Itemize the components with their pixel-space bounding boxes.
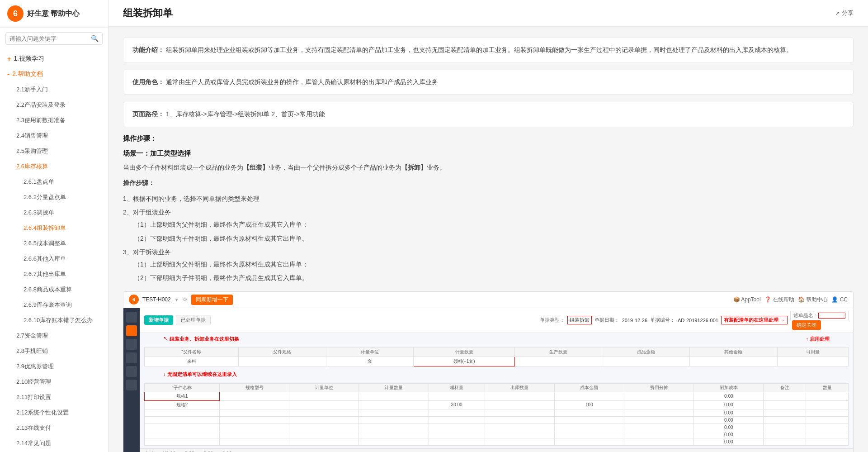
btd-row-6: 0.00 (145, 431, 849, 438)
sidebar-item-n2_6_6[interactable]: 2.6.6其他入库单 (0, 251, 108, 266)
sidebar-item-n2_12[interactable]: 2.12系统个性化设置 (0, 405, 108, 420)
mini-user: 👤 CC (831, 296, 848, 303)
mini-icon-chart[interactable] (126, 339, 137, 350)
mini-match-input[interactable] (818, 313, 845, 319)
plus-icon: + (7, 55, 11, 62)
btd-3-8 (624, 409, 694, 416)
sidebar-item-n2_14[interactable]: 2.14常见问题 (0, 436, 108, 451)
td-oamt-1 (690, 357, 778, 366)
mini-tab-inactive[interactable]: 已处理单据 (176, 315, 211, 325)
btd-1-9: 0.00 (694, 392, 764, 400)
btd-row-2: 规格2 30.00 100 0.00 (145, 400, 849, 409)
anno1-text: 有装配清单的在这里处理 → (721, 316, 788, 324)
sidebar-item-n2_6_7[interactable]: 2.6.7其他出库单 (0, 266, 108, 282)
anno5-text: ↓ 无固定清单可以继续在这里录入 (163, 371, 237, 377)
th-unit: 计量单位 (326, 347, 414, 357)
btd-1-10 (764, 392, 806, 400)
sidebar-item-n2_6_8[interactable]: 2.6.8商品成本重算 (0, 282, 108, 297)
th-avail-qty: 可用量 (777, 347, 848, 357)
btd-3-6 (485, 409, 554, 416)
bth-4: 计量数量 (359, 383, 429, 392)
sidebar-item-n2_6_5[interactable]: 2.6.5成本调整单 (0, 236, 108, 251)
btd-2-9: 0.00 (694, 400, 764, 409)
sidebar-item-n2_9[interactable]: 2.9优惠券管理 (0, 359, 108, 374)
path-text: 1、库存核算->库存管理->组装拆卸单 2、首页->常用功能 (166, 110, 325, 118)
mini-confirm-btn[interactable]: 确定关闭 (792, 320, 821, 330)
sidebar-item-n2_6_4[interactable]: 2.6.4组装拆卸单 (0, 220, 108, 236)
func-intro-block: 功能介绍： 组装拆卸单用来处理企业组装或拆卸等加工业务，支持有固定装配清单的产品… (123, 38, 854, 62)
nav-item-label: 2.3使用前数据准备 (16, 116, 66, 124)
scenario1-desc: 当由多个子件材料组装成一个成品的业务为【组装】业务，当由一个父件拆分成多个子产品… (123, 162, 854, 174)
nav-item-label: 2.6.10库存账本错了怎么办 (24, 316, 93, 324)
sidebar-item-n2[interactable]: - 2.帮助文档 (0, 67, 108, 82)
nav-item-label: 2.9优惠券管理 (16, 362, 54, 371)
mini-no-value: AD-20191226-001 (678, 318, 718, 323)
sidebar-item-n2_8[interactable]: 2.8手机旺铺 (0, 343, 108, 359)
nav-item-label: 2.6库存核算 (16, 162, 48, 171)
mini-icon-home[interactable] (126, 312, 137, 323)
sidebar-item-n2_1[interactable]: 2.1新手入门 (0, 82, 108, 97)
btd-2-4 (359, 400, 429, 409)
share-button[interactable]: ↗ 分享 (835, 9, 854, 17)
minus-icon: - (7, 70, 9, 78)
sidebar-header: 6 好生意 帮助中心 (0, 0, 108, 28)
sidebar-item-n2_10[interactable]: 2.10经营管理 (0, 374, 108, 390)
th-parent-name: *父件名称 (145, 347, 239, 357)
sidebar-item-n2_3[interactable]: 2.3使用前数据准备 (0, 113, 108, 128)
sidebar-item-n2_7[interactable]: 2.7资金管理 (0, 328, 108, 343)
nav-item-label: 2.6.8商品成本重算 (24, 285, 72, 294)
mini-icon-settings[interactable] (126, 352, 137, 363)
sidebar-item-n2_13[interactable]: 2.13在线支付 (0, 420, 108, 436)
mini-tab-active[interactable]: 新增单据 (144, 315, 173, 325)
mini-type-value: 组装拆卸 (567, 316, 592, 324)
share-label: 分享 (842, 9, 854, 17)
nav-item-label: 2.5采购管理 (16, 147, 48, 155)
btd-row-1: 规格1 0.00 (145, 392, 849, 400)
sidebar-item-n1[interactable]: + 1.视频学习 (0, 51, 108, 67)
nav-item-label: 1.视频学习 (14, 55, 44, 63)
steps-list: 1、根据不同的业务，选择不同单据的类型来处理 2、对于组装业务 （1）上部明细为… (123, 193, 854, 284)
btd-1-5 (429, 392, 485, 400)
nav-item-label: 2.8手机旺铺 (16, 347, 48, 355)
mini-new-btn[interactable]: 同期新增一下 (191, 295, 233, 305)
bth-11: 数量 (806, 383, 849, 392)
ops-steps-subtitle: 操作步骤： (123, 177, 854, 189)
sidebar-item-n2_11[interactable]: 2.11打印设置 (0, 390, 108, 405)
btd-3-2 (220, 409, 289, 416)
top-table-header: *父件名称 父件规格 计量单位 计量数量 生产数量 成品金额 其他金额 可用量 (145, 347, 849, 357)
sidebar-item-n2_6_2[interactable]: 2.6.2分量盘点单 (0, 190, 108, 205)
sidebar-item-n2_5[interactable]: 2.5采购管理 (0, 143, 108, 159)
sidebar-item-n2_6[interactable]: 2.6库存核算 (0, 159, 108, 174)
anno4-text: ↑ 启用处理 (806, 336, 830, 342)
td-unit-1: 套 (326, 357, 414, 366)
step-3: 3、对于拆装业务 （1）上部明细为父件明细，最终作为原材料生成其它出库单； （2… (123, 246, 854, 284)
nav-item-label: 2.6.9库存账本查询 (24, 301, 72, 309)
search-box[interactable]: 🔍 (5, 32, 103, 45)
step-2-1: （1）上部明细为父件明细，最终作为产成品生成其它入库单； (134, 219, 854, 231)
bth-10: 备注 (764, 383, 806, 392)
btd-2-10 (764, 400, 806, 409)
nav-item-label: 2.13在线支付 (16, 424, 51, 432)
mini-icon-user[interactable] (126, 366, 137, 377)
screenshot-container: 6 TEST-H002 ▼ ⚙ 同期新增一下 📦 AppTool ❓ 在线帮助 … (123, 291, 854, 452)
btd-row-3: 0.00 (145, 409, 849, 416)
sidebar-item-n2_2[interactable]: 2.2产品安装及登录 (0, 97, 108, 113)
step-3-2: （2）下部明细为子件明细，最终作为产成品生成其它入库单。 (134, 272, 854, 284)
search-icon[interactable]: 🔍 (91, 35, 99, 42)
th-prod-qty: 生产数量 (514, 347, 602, 357)
sidebar-item-n2_6_1[interactable]: 2.6.1盘点单 (0, 174, 108, 190)
btd-5-9: 0.00 (694, 423, 764, 431)
mini-icon-help[interactable] (126, 380, 137, 390)
sidebar-item-n2_6_10[interactable]: 2.6.10库存账本错了怎么办 (0, 313, 108, 328)
sidebar-item-n2_4[interactable]: 2.4销售管理 (0, 128, 108, 143)
btd-1-7 (554, 392, 624, 400)
sidebar-item-n2_6_9[interactable]: 2.6.9库存账本查询 (0, 297, 108, 313)
mini-help-center: 🏠 帮助中心 (798, 296, 828, 304)
btd-2-8 (624, 400, 694, 409)
search-input[interactable] (9, 35, 91, 42)
nav-item-label: 2.12系统个性化设置 (16, 409, 69, 417)
th-qty: 计量数量 (414, 347, 514, 357)
sidebar-item-n2_6_3[interactable]: 2.6.3调拨单 (0, 205, 108, 220)
btd-4-9: 0.00 (694, 416, 764, 423)
mini-icon-doc[interactable] (126, 325, 137, 336)
